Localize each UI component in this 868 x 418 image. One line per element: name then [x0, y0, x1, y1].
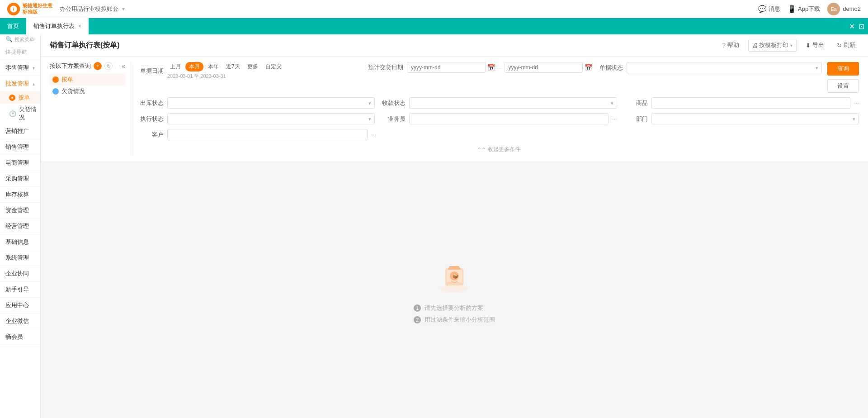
doc-status-select[interactable] [627, 62, 822, 73]
app-download-button[interactable]: 📱 App下载 [788, 5, 820, 13]
goods-label: 商品 [623, 99, 648, 107]
receipt-status-label: 收款状态 [380, 99, 406, 107]
salesperson-input[interactable] [409, 113, 608, 124]
sidebar-item-marketing[interactable]: 营销推广 [0, 124, 40, 139]
svg-point-0 [441, 285, 468, 292]
sidebar-item-app-center[interactable]: 应用中心 [0, 298, 40, 314]
topbar-right: 💬 消息 📱 App下载 Ea demo2 [758, 3, 861, 15]
sidebar-search-button[interactable]: 🔍 搜索菜单 [0, 34, 40, 45]
filter-row-4: 客户 ··· [138, 129, 859, 140]
date-tab-this-month[interactable]: 本月 [185, 62, 203, 71]
delivery-date-start[interactable] [407, 62, 486, 73]
date-tab-more[interactable]: 更多 [245, 62, 261, 71]
expand-window-icon[interactable]: ⊡ [859, 22, 864, 31]
customer-input[interactable] [167, 129, 368, 140]
dept-select[interactable] [651, 113, 859, 124]
print-icon: 🖨 [752, 42, 758, 49]
sidebar-item-retail[interactable]: 零售管理 ▾ [0, 60, 40, 76]
tab-close-icon[interactable]: × [78, 23, 81, 29]
filter-refresh-button[interactable]: ↻ [104, 62, 113, 70]
close-window-icon[interactable]: ✕ [849, 22, 855, 31]
receipt-status-select-wrapper [409, 97, 617, 109]
export-icon: ⬇ [806, 42, 811, 49]
sidebar-item-wholesale[interactable]: 批发管理 ▴ [0, 76, 40, 92]
salesperson-more-icon[interactable]: ··· [612, 115, 617, 122]
customer-label: 客户 [138, 131, 164, 139]
query-button[interactable]: 查询 [827, 62, 859, 76]
date-tab-this-year[interactable]: 本年 [205, 62, 222, 71]
sidebar-item-system[interactable]: 系统管理 [0, 250, 40, 266]
clock-icon: 🕐 [9, 110, 16, 117]
goods-filter: 商品 ··· [623, 97, 859, 109]
sidebar-item-basic-info[interactable]: 基础信息 [0, 234, 40, 250]
receipt-status-select[interactable] [409, 97, 617, 109]
sidebar-item-inventory[interactable]: 库存核算 [0, 187, 40, 203]
print-arrow-icon: ▾ [790, 43, 793, 48]
delivery-date-end[interactable] [505, 62, 583, 73]
date-range-input: 📅 — 📅 [407, 62, 592, 73]
sidebar-item-operations[interactable]: 经营管理 [0, 218, 40, 234]
date-label: 单据日期 [138, 67, 164, 75]
message-button[interactable]: 💬 消息 [758, 5, 780, 13]
help-icon: ? [722, 42, 726, 49]
sidebar-item-new-user[interactable]: 新手引导 [0, 282, 40, 298]
help-button[interactable]: ? 帮助 [718, 39, 743, 51]
sidebar-item-finance[interactable]: 资金管理 [0, 203, 40, 218]
sidebar-item-enterprise[interactable]: 企业协同 [0, 266, 40, 282]
sidebar-item-purchase[interactable]: 采购管理 [0, 171, 40, 187]
dept-select-wrapper [651, 113, 859, 124]
doc-status-select-wrapper [627, 62, 822, 73]
doc-status-filter: 单据状态 [598, 62, 822, 73]
doc-status-label: 单据状态 [598, 64, 623, 72]
logo-text: 畅捷通好生意 标准版 [23, 3, 52, 14]
date-separator: — [497, 64, 503, 71]
sidebar-item-sales[interactable]: 销售管理 [0, 139, 40, 155]
exec-status-filter: 执行状态 [138, 113, 375, 124]
print-button[interactable]: 🖨 按模板打印 ▾ [748, 39, 797, 52]
sidebar-sub-item-shortage[interactable]: 🕐 欠货情况 [0, 104, 40, 124]
filter-collapse-button[interactable]: « [122, 62, 125, 70]
active-dot-icon: ● [9, 95, 15, 101]
collapse-filter-button[interactable]: ⌃⌃ 收起更多条件 [138, 143, 859, 156]
calendar-icon-start[interactable]: 📅 [487, 64, 495, 71]
page-header: 销售订单执行表(按单) ? 帮助 🖨 按模板打印 ▾ ⬇ 导出 ↻ 刷新 [41, 34, 868, 57]
filter-sidebar-title: 按以下方案查询 + ↻ « [50, 62, 125, 70]
filter-add-button[interactable]: + [94, 62, 102, 70]
exec-status-select[interactable] [167, 113, 375, 124]
refresh-button[interactable]: ↻ 刷新 [833, 39, 859, 51]
date-tab-custom[interactable]: 自定义 [263, 62, 284, 71]
sidebar-sub-item-by-order[interactable]: ● 按单 [0, 92, 40, 104]
delivery-date-label: 预计交货日期 [368, 63, 403, 71]
delivery-status-select[interactable] [167, 97, 375, 109]
salesperson-label: 业务员 [380, 115, 406, 123]
date-tab-7-days[interactable]: 近7天 [223, 62, 243, 71]
user-avatar-area[interactable]: Ea demo2 [827, 3, 861, 15]
settings-button[interactable]: 设置 [827, 79, 859, 93]
calendar-icon-end[interactable]: 📅 [585, 64, 592, 71]
chevron-down-icon: ▴ [33, 81, 35, 86]
export-button[interactable]: ⬇ 导出 [802, 39, 828, 51]
sidebar-item-enterprise-wechat[interactable]: 企业微信 [0, 314, 40, 329]
topbar: 畅捷通好生意 标准版 办公用品行业模拟账套 ▾ 💬 消息 📱 App下载 Ea … [0, 0, 868, 18]
dropdown-icon[interactable]: ▾ [122, 6, 125, 12]
filter-row-3: 执行状态 业务员 ··· [138, 113, 859, 124]
search-icon: 🔍 [6, 36, 13, 43]
sidebar-quick-nav[interactable]: 快捷导航 [0, 45, 40, 60]
main-layout: 🔍 搜索菜单 快捷导航 零售管理 ▾ 批发管理 ▴ ● 按单 🕐 欠货情况 营销… [0, 34, 868, 418]
svg-text:📦: 📦 [453, 273, 458, 279]
customer-more-icon[interactable]: ··· [371, 131, 376, 138]
goods-more-icon[interactable]: ··· [854, 100, 859, 106]
filter-option-by-order[interactable]: 按单 [50, 74, 125, 86]
app-title[interactable]: 办公用品行业模拟账套 [60, 5, 118, 13]
salesperson-filter: 业务员 ··· [380, 113, 617, 124]
receipt-status-filter: 收款状态 [380, 97, 617, 109]
filter-option-shortage[interactable]: 欠货情况 [50, 86, 125, 97]
main-content: 📦 1 请先选择要分析的方案 2 用过滤条件来缩小分析范围 [41, 162, 868, 418]
delivery-status-select-wrapper [167, 97, 375, 109]
tab-sales-order[interactable]: 销售订单执行表 × [26, 18, 89, 34]
tab-home[interactable]: 首页 [0, 18, 26, 34]
date-tab-last-month[interactable]: 上月 [167, 62, 184, 71]
sidebar-item-member[interactable]: 畅会员 [0, 329, 40, 345]
goods-input[interactable] [651, 97, 850, 109]
sidebar-item-ecommerce[interactable]: 电商管理 [0, 155, 40, 171]
